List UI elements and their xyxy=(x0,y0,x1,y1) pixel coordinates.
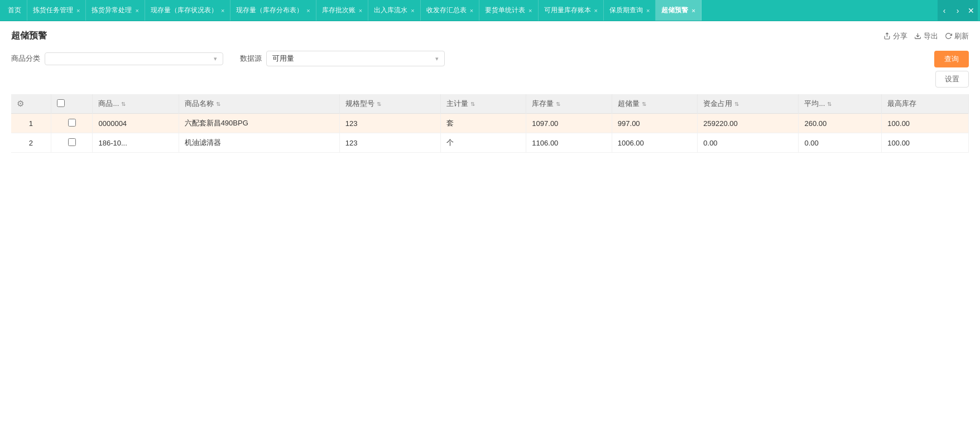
row-checkbox-0[interactable] xyxy=(68,119,76,127)
category-arrow-icon: ▾ xyxy=(214,55,217,62)
nav-tab-close-8[interactable]: × xyxy=(529,7,532,14)
col-header-stock[interactable]: 库存量⇅ xyxy=(526,94,612,114)
nav-arrows: ‹ › ✕ xyxy=(938,0,978,21)
cell-capital-1: 0.00 xyxy=(698,133,799,153)
cell-overstock-0: 997.00 xyxy=(612,114,697,133)
nav-tab-10[interactable]: 保质期查询× xyxy=(604,0,656,21)
nav-tab-8[interactable]: 要货单统计表× xyxy=(479,0,538,21)
table-row: 10000004六配套新昌490BPG123套1097.00997.002592… xyxy=(11,114,969,133)
table-body: 10000004六配套新昌490BPG123套1097.00997.002592… xyxy=(11,114,969,153)
nav-tab-close-11[interactable]: × xyxy=(691,7,695,14)
col-header-settings: ⚙ xyxy=(11,94,51,114)
page-header: 超储预警 分享 导出 刷新 xyxy=(11,30,969,42)
nav-tab-close-6[interactable]: × xyxy=(411,7,414,14)
button-group: 查询 设置 xyxy=(934,51,969,88)
nav-tab-close-10[interactable]: × xyxy=(646,7,650,14)
filter-area: 商品分类 ▾ 数据源 可用量 ▾ 查询 设置 xyxy=(11,51,969,88)
nav-tab-2[interactable]: 拣货异常处理× xyxy=(86,0,145,21)
nav-tab-3[interactable]: 现存量（库存状况表）× xyxy=(145,0,230,21)
nav-tab-1[interactable]: 拣货任务管理× xyxy=(27,0,86,21)
cell-settings-1: 2 xyxy=(11,133,51,153)
cell-sku_name-1: 机油滤清器 xyxy=(179,133,339,153)
cell-spec-1: 123 xyxy=(339,133,440,153)
export-icon xyxy=(914,32,921,40)
sort-icon-sku_code: ⇅ xyxy=(121,101,126,107)
sort-icon-stock: ⇅ xyxy=(556,101,560,107)
cell-checkbox-1 xyxy=(51,133,93,153)
nav-tab-close-3[interactable]: × xyxy=(221,7,224,14)
col-header-overstock[interactable]: 超储量⇅ xyxy=(612,94,697,114)
category-filter: 商品分类 ▾ xyxy=(11,52,223,65)
settings-gear-icon[interactable]: ⚙ xyxy=(17,99,24,108)
cell-max_stock-1: 100.00 xyxy=(882,133,969,153)
filter-row: 商品分类 ▾ 数据源 可用量 ▾ xyxy=(11,51,445,66)
cell-sku_code-1: 186-10... xyxy=(93,133,179,153)
col-header-checkbox xyxy=(51,94,93,114)
cell-avg-0: 260.00 xyxy=(799,114,882,133)
sort-icon-unit: ⇅ xyxy=(470,101,475,107)
cell-capital-0: 259220.00 xyxy=(698,114,799,133)
cell-spec-0: 123 xyxy=(339,114,440,133)
nav-tab-5[interactable]: 库存批次账× xyxy=(316,0,368,21)
cell-avg-1: 0.00 xyxy=(799,133,882,153)
cell-max_stock-0: 100.00 xyxy=(882,114,969,133)
share-icon xyxy=(883,32,891,40)
query-button[interactable]: 查询 xyxy=(934,51,969,67)
cell-sku_code-0: 0000004 xyxy=(93,114,179,133)
datasource-value: 可用量 xyxy=(272,54,294,64)
nav-tab-7[interactable]: 收发存汇总表× xyxy=(421,0,479,21)
sort-icon-overstock: ⇅ xyxy=(642,101,646,107)
refresh-icon xyxy=(945,32,952,40)
col-header-unit[interactable]: 主计量⇅ xyxy=(440,94,526,114)
nav-tab-9[interactable]: 可用量库存账本× xyxy=(539,0,604,21)
nav-tab-6[interactable]: 出入库流水× xyxy=(368,0,420,21)
nav-arrow-right[interactable]: › xyxy=(951,0,964,21)
export-action[interactable]: 导出 xyxy=(914,31,938,41)
category-select[interactable]: ▾ xyxy=(45,52,223,65)
col-header-capital[interactable]: 资金占用⇅ xyxy=(698,94,799,114)
nav-tab-close-4[interactable]: × xyxy=(306,7,310,14)
nav-tab-11[interactable]: 超储预警× xyxy=(656,0,701,21)
col-header-max_stock: 最高库存 xyxy=(882,94,969,114)
datasource-select[interactable]: 可用量 ▾ xyxy=(266,51,445,66)
row-checkbox-1[interactable] xyxy=(68,138,76,146)
nav-tab-close-9[interactable]: × xyxy=(594,7,598,14)
cell-stock-0: 1097.00 xyxy=(526,114,612,133)
sort-icon-sku_name: ⇅ xyxy=(216,101,220,107)
datasource-label: 数据源 xyxy=(240,54,262,64)
nav-tab-close-7[interactable]: × xyxy=(470,7,473,14)
cell-overstock-1: 1006.00 xyxy=(612,133,697,153)
share-action[interactable]: 分享 xyxy=(883,31,907,41)
cell-settings-0: 1 xyxy=(11,114,51,133)
nav-arrow-left[interactable]: ‹ xyxy=(938,0,951,21)
category-label: 商品分类 xyxy=(11,54,40,64)
sort-icon-capital: ⇅ xyxy=(734,101,739,107)
table-row: 2186-10...机油滤清器123个1106.001006.000.000.0… xyxy=(11,133,969,153)
col-header-sku_code[interactable]: 商品...⇅ xyxy=(93,94,179,114)
nav-tab-4[interactable]: 现存量（库存分布表）× xyxy=(230,0,316,21)
datasource-filter: 数据源 可用量 ▾ xyxy=(240,51,445,66)
nav-tab-close-2[interactable]: × xyxy=(135,7,138,14)
sort-icon-avg: ⇅ xyxy=(827,101,832,107)
nav-tab-close-5[interactable]: × xyxy=(359,7,362,14)
refresh-action[interactable]: 刷新 xyxy=(945,31,969,41)
nav-tab-close-1[interactable]: × xyxy=(76,7,80,14)
nav-arrow-close[interactable]: ✕ xyxy=(964,0,978,21)
select-all-checkbox[interactable] xyxy=(57,99,65,107)
data-table: ⚙商品...⇅商品名称⇅规格型号⇅主计量⇅库存量⇅超储量⇅资金占用⇅平均...⇅… xyxy=(11,94,969,153)
nav-tab-0[interactable]: 首页 xyxy=(2,0,27,21)
cell-unit-1: 个 xyxy=(440,133,526,153)
top-navigation: 首页拣货任务管理×拣货异常处理×现存量（库存状况表）×现存量（库存分布表）×库存… xyxy=(0,0,980,21)
col-header-avg[interactable]: 平均...⇅ xyxy=(799,94,882,114)
cell-unit-0: 套 xyxy=(440,114,526,133)
table-header: ⚙商品...⇅商品名称⇅规格型号⇅主计量⇅库存量⇅超储量⇅资金占用⇅平均...⇅… xyxy=(11,94,969,114)
datasource-arrow-icon: ▾ xyxy=(435,55,439,62)
cell-sku_name-0: 六配套新昌490BPG xyxy=(179,114,339,133)
settings-button[interactable]: 设置 xyxy=(935,71,969,88)
header-actions: 分享 导出 刷新 xyxy=(883,31,969,41)
main-content: 超储预警 分享 导出 刷新 商品分类 ▾ xyxy=(0,21,980,446)
cell-stock-1: 1106.00 xyxy=(526,133,612,153)
cell-checkbox-0 xyxy=(51,114,93,133)
col-header-spec[interactable]: 规格型号⇅ xyxy=(339,94,440,114)
col-header-sku_name[interactable]: 商品名称⇅ xyxy=(179,94,339,114)
